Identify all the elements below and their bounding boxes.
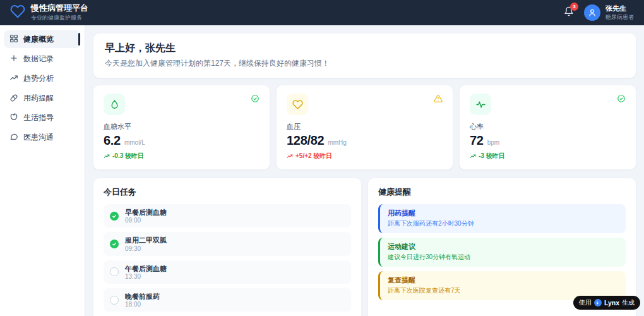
- metric-card-blood-pressure[interactable]: 血压 128/82 mmHg +5/+2 较昨日: [276, 85, 453, 170]
- metric-unit: mmol/L: [124, 139, 145, 146]
- sidebar-item-trend-analysis[interactable]: 趋势分析: [4, 70, 81, 87]
- metric-card-heart-rate[interactable]: 心率 72 bpm -3 较昨日: [459, 85, 636, 170]
- user-role: 糖尿病患者: [605, 13, 634, 21]
- metric-label: 血糖水平: [104, 122, 259, 131]
- task-pending-icon: [110, 296, 119, 305]
- greeting-card: 早上好，张先生 今天是您加入健康管理计划的第127天，继续保持良好的健康习惯！: [93, 33, 636, 78]
- badge-suffix: 生成: [622, 298, 635, 307]
- reminder-text: 建议今日进行30分钟有氧运动: [388, 253, 618, 262]
- warning-triangle-icon: [434, 94, 443, 106]
- task-row[interactable]: 午餐后测血糖 13:30: [104, 260, 351, 284]
- pill-icon: [9, 93, 18, 104]
- reminder-medication[interactable]: 用药提醒 距离下次服药还有2小时30分钟: [378, 204, 626, 233]
- sidebar-item-label: 趋势分析: [23, 73, 54, 84]
- metric-card-blood-sugar[interactable]: 血糖水平 6.2 mmol/L -0.3 较昨日: [93, 85, 270, 170]
- check-circle-icon: [617, 94, 626, 106]
- task-row[interactable]: 晚餐前服药 18:00: [104, 288, 351, 312]
- reminder-title: 运动建议: [388, 242, 618, 252]
- badge-prefix: 使用: [579, 298, 592, 307]
- lynx-generated-badge[interactable]: 使用 Lynx 生成: [573, 296, 640, 310]
- reminder-text: 距离下次服药还有2小时30分钟: [388, 219, 618, 228]
- sidebar-item-label: 生活指导: [23, 112, 54, 123]
- sidebar: 健康概览 数据记录 趋势分析: [0, 25, 85, 316]
- task-time: 09:00: [125, 217, 167, 224]
- sidebar-item-label: 数据记录: [23, 54, 54, 64]
- reminder-exercise[interactable]: 运动建议 建议今日进行30分钟有氧运动: [378, 238, 626, 267]
- metric-change: +5/+2 较昨日: [287, 152, 443, 161]
- task-pending-icon: [110, 267, 119, 276]
- droplet-icon: [104, 94, 125, 115]
- app-header: 慢性病管理平台 专业的健康监护服务 3 张先生 糖尿病患者: [0, 0, 644, 25]
- trend-up-icon: [287, 153, 293, 159]
- heart-icon: [287, 94, 308, 115]
- trend-up-icon: [104, 153, 110, 159]
- user-name: 张先生: [605, 4, 634, 13]
- lynx-logo-icon: [594, 299, 602, 307]
- app-subtitle: 专业的健康监护服务: [31, 14, 88, 22]
- sidebar-item-medication-reminder[interactable]: 用药提醒: [4, 89, 81, 107]
- avatar: [584, 4, 600, 21]
- task-name: 服用二甲双胍: [125, 236, 167, 245]
- tasks-panel-title: 今日任务: [104, 186, 351, 198]
- sidebar-item-label: 医患沟通: [23, 132, 54, 143]
- heart-logo-icon: [10, 4, 25, 21]
- metric-value: 6.2: [104, 133, 121, 148]
- task-name: 晚餐前服药: [125, 292, 160, 301]
- sidebar-item-data-records[interactable]: 数据记录: [4, 50, 81, 68]
- reminders-panel-title: 健康提醒: [378, 186, 626, 198]
- reminder-title: 用药提醒: [388, 209, 618, 218]
- reminder-text: 距离下次医院复查还有7天: [388, 286, 618, 295]
- metric-value: 72: [470, 133, 484, 148]
- task-row[interactable]: 服用二甲双胍 09:30: [104, 232, 351, 255]
- task-time: 09:30: [125, 245, 167, 252]
- greeting-subtitle: 今天是您加入健康管理计划的第127天，继续保持良好的健康习惯！: [105, 58, 624, 69]
- user-menu[interactable]: 张先生 糖尿病患者: [584, 4, 634, 21]
- user-icon: [588, 8, 597, 17]
- metric-label: 心率: [470, 122, 626, 131]
- brand: 慢性病管理平台 专业的健康监护服务: [10, 3, 88, 21]
- trend-icon: [9, 73, 18, 84]
- trend-up-icon: [470, 153, 476, 159]
- chat-icon: [9, 132, 18, 143]
- notifications-button[interactable]: 3: [564, 6, 574, 19]
- metric-change: -0.3 较昨日: [104, 152, 259, 161]
- reminder-title: 复查提醒: [388, 276, 618, 285]
- sidebar-item-doctor-chat[interactable]: 医患沟通: [4, 128, 81, 146]
- task-done-icon: [110, 212, 119, 221]
- main-content: 早上好，张先生 今天是您加入健康管理计划的第127天，继续保持良好的健康习惯！ …: [85, 25, 644, 316]
- sidebar-item-life-guidance[interactable]: 生活指导: [4, 109, 81, 126]
- sidebar-item-health-overview[interactable]: 健康概览: [4, 30, 81, 48]
- metric-cards-row: 血糖水平 6.2 mmol/L -0.3 较昨日: [93, 85, 636, 170]
- sidebar-item-label: 用药提醒: [23, 93, 54, 104]
- check-circle-icon: [251, 94, 259, 106]
- pulse-icon: [470, 94, 491, 115]
- metric-unit: mmHg: [328, 139, 346, 146]
- task-name: 午餐后测血糖: [125, 264, 167, 273]
- metric-unit: bpm: [487, 139, 499, 146]
- metric-change: -3 较昨日: [470, 152, 626, 161]
- task-name: 早餐后测血糖: [125, 208, 167, 217]
- task-row[interactable]: 早餐后测血糖 09:00: [104, 204, 351, 228]
- sidebar-item-label: 健康概览: [23, 34, 54, 45]
- task-time: 13:30: [125, 273, 167, 280]
- greeting-title: 早上好，张先生: [105, 42, 624, 55]
- grid-icon: [9, 34, 18, 45]
- notification-count-badge: 3: [570, 3, 578, 11]
- today-tasks-panel: 今日任务 早餐后测血糖 09:00 服用二甲双胍: [93, 178, 362, 316]
- apple-icon: [9, 112, 18, 123]
- task-done-icon: [110, 240, 119, 248]
- app-title: 慢性病管理平台: [31, 3, 88, 13]
- plus-icon: [9, 54, 18, 64]
- badge-brand: Lynx: [604, 299, 619, 307]
- task-time: 18:00: [125, 301, 160, 308]
- metric-label: 血压: [287, 122, 443, 131]
- metric-value: 128/82: [287, 133, 324, 148]
